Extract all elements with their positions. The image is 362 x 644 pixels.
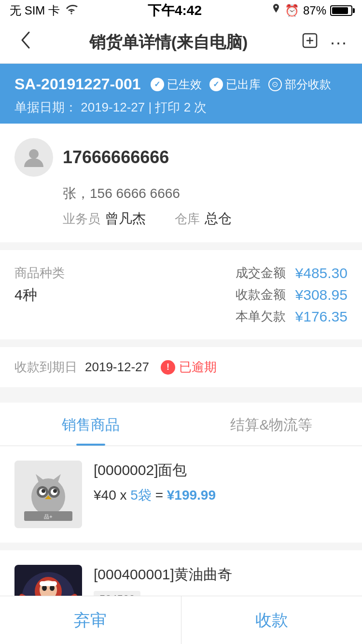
banner-top: SA-20191227-001 ✓ 已生效 ✓ 已出库 ⊙ 部分收款 <box>14 75 348 93</box>
warehouse-value: 总仓 <box>205 210 232 228</box>
location-icon <box>271 4 281 17</box>
price-qty-1: 5袋 <box>130 488 152 503</box>
nav-bar: 销货单详情(来自电脑) ··· <box>0 21 362 64</box>
customer-top: 17666666666 <box>14 138 348 177</box>
carrier-text: 无 SIM 卡 <box>10 3 60 18</box>
product-price-1: ¥40 x 5袋 = ¥199.99 <box>94 486 348 504</box>
nav-actions: ··· <box>301 32 348 53</box>
cancel-audit-label: 弃审 <box>74 609 107 631</box>
price-total-1: ¥199.99 <box>167 488 216 503</box>
status-text-2: 已出库 <box>226 77 261 92</box>
summary-right: 成交金额 ¥485.30 收款金额 ¥308.95 本单欠款 ¥176.35 <box>236 265 348 325</box>
product-item-1: 品+ [0000002]面包 ¥40 x 5袋 = ¥199.99 <box>0 446 362 543</box>
svg-point-1 <box>29 149 39 159</box>
price-base-1: ¥40 <box>94 488 116 503</box>
customer-phone: 17666666666 <box>63 147 169 168</box>
order-header-banner: SA-20191227-001 ✓ 已生效 ✓ 已出库 ⊙ 部分收款 单据日期：… <box>0 64 362 124</box>
due-date-value: 2019-12-27 <box>85 360 149 375</box>
tab-sales[interactable]: 销售商品 <box>0 403 181 446</box>
status-badge-effective: ✓ 已生效 <box>151 77 202 92</box>
payment-label: 收款 <box>255 609 288 631</box>
category-label: 商品种类 <box>14 265 65 281</box>
more-button[interactable]: ··· <box>330 32 348 53</box>
customer-section: 17666666666 张，156 6666 6666 业务员 曾凡杰 仓库 总… <box>0 124 362 242</box>
cancel-audit-button[interactable]: 弃审 <box>0 596 181 644</box>
amount-row-debt: 本单欠款 ¥176.35 <box>236 308 348 325</box>
battery-text: 87% <box>303 4 326 17</box>
page-title: 销货单详情(来自电脑) <box>89 31 248 54</box>
tabs: 销售商品 结算&物流等 <box>0 403 362 446</box>
share-button[interactable] <box>301 32 319 53</box>
status-badges: ✓ 已生效 ✓ 已出库 ⊙ 部分收款 <box>151 77 331 92</box>
order-id: SA-20191227-001 <box>14 75 141 93</box>
status-text-3: 部分收款 <box>285 77 331 92</box>
summary-section: 商品种类 4种 成交金额 ¥485.30 收款金额 ¥308.95 本单欠款 ¥… <box>0 250 362 339</box>
check-icon-2: ✓ <box>209 78 223 91</box>
amount-value-2: ¥308.95 <box>295 287 348 303</box>
category-value: 4种 <box>14 285 65 305</box>
tab-settlement[interactable]: 结算&物流等 <box>181 403 362 446</box>
avatar <box>14 138 53 177</box>
payment-button[interactable]: 收款 <box>181 596 362 644</box>
price-x-1: x <box>120 488 131 503</box>
sales-value: 曾凡杰 <box>105 210 146 228</box>
product-name-2: [000400001]黄油曲奇 <box>94 565 348 585</box>
status-badge-shipped: ✓ 已出库 <box>209 77 261 92</box>
amount-value-1: ¥485.30 <box>295 265 348 281</box>
sales-label: 业务员 <box>63 210 100 227</box>
overdue-text: 已逾期 <box>179 359 217 376</box>
section-divider <box>0 395 362 403</box>
warehouse-meta: 仓库 总仓 <box>175 210 232 228</box>
date-value: 2019-12-27 <box>81 100 145 114</box>
overdue-icon: ! <box>161 360 175 375</box>
svg-rect-21 <box>40 581 57 586</box>
product-info-1: [0000002]面包 ¥40 x 5袋 = ¥199.99 <box>94 461 348 504</box>
print-info: | 打印 2 次 <box>148 100 207 114</box>
sales-meta: 业务员 曾凡杰 <box>63 210 146 228</box>
clock-icon: ⊙ <box>268 78 282 91</box>
amount-label-3: 本单欠款 <box>236 308 286 325</box>
bottom-bar: 弃审 收款 <box>0 596 362 644</box>
status-left: 无 SIM 卡 <box>10 3 78 18</box>
back-button[interactable] <box>14 26 36 59</box>
battery-icon <box>330 5 352 16</box>
status-bar: 无 SIM 卡 下午4:42 ⏰ 87% <box>0 0 362 21</box>
amount-row-received: 收款金额 ¥308.95 <box>236 286 348 303</box>
price-eq-1: = <box>155 488 167 503</box>
amount-value-3: ¥176.35 <box>295 308 348 325</box>
due-date-section: 收款到期日 2019-12-27 ! 已逾期 <box>0 347 362 387</box>
date-label: 单据日期： <box>14 100 77 114</box>
tab-sales-label: 销售商品 <box>62 417 120 433</box>
tab-settlement-label: 结算&物流等 <box>230 417 312 433</box>
status-text-1: 已生效 <box>167 77 202 92</box>
due-label: 收款到期日 <box>14 359 77 376</box>
battery-fill <box>332 7 348 14</box>
svg-point-8 <box>42 489 45 493</box>
svg-text:品+: 品+ <box>44 514 52 519</box>
amount-label-1: 成交金额 <box>236 265 286 281</box>
wifi-icon <box>65 4 78 17</box>
product-image-1: 品+ <box>14 461 82 528</box>
alarm-icon: ⏰ <box>285 4 299 17</box>
amount-label-2: 收款金额 <box>236 286 286 303</box>
status-time: 下午4:42 <box>148 1 202 20</box>
summary-left: 商品种类 4种 <box>14 265 65 305</box>
product-name-1: [0000002]面包 <box>94 461 348 480</box>
overdue-badge: ! 已逾期 <box>161 359 217 376</box>
customer-name: 张，156 6666 6666 <box>14 184 348 203</box>
amount-row-total: 成交金额 ¥485.30 <box>236 265 348 281</box>
warehouse-label: 仓库 <box>175 210 200 227</box>
status-right: ⏰ 87% <box>271 4 352 17</box>
svg-point-9 <box>53 489 57 493</box>
customer-meta: 业务员 曾凡杰 仓库 总仓 <box>14 210 348 228</box>
banner-date: 单据日期： 2019-12-27 | 打印 2 次 <box>14 99 348 116</box>
status-badge-partial: ⊙ 部分收款 <box>268 77 331 92</box>
check-icon-1: ✓ <box>151 78 164 91</box>
